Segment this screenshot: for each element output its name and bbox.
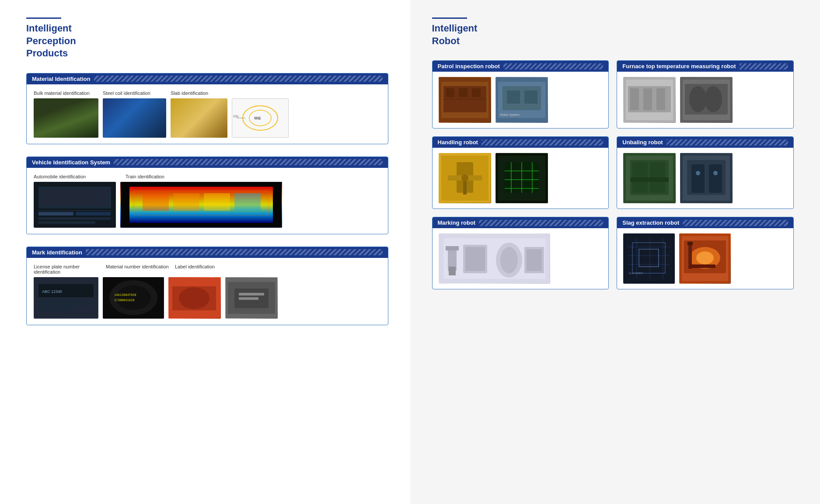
- material-id-header: Material Identification: [27, 73, 388, 84]
- slag-img2: [679, 233, 731, 284]
- marking-title: Marking robot: [438, 219, 476, 226]
- svg-rect-18: [173, 193, 199, 211]
- left-title-line: [26, 17, 61, 19]
- right-title-line: [432, 17, 467, 19]
- slab-img: 钢板 识别: [232, 98, 289, 138]
- train-label: Train identification: [126, 174, 164, 179]
- matnum-label: Material number identification: [106, 264, 171, 275]
- vehicle-id-header: Vehicle Identification System: [27, 157, 388, 168]
- right-section-title: IntelligentRobot: [432, 22, 794, 47]
- svg-rect-95: [449, 267, 456, 275]
- svg-rect-120: [689, 264, 715, 268]
- material-id-labels: Bulk material identification Steel coil …: [34, 90, 381, 96]
- mark-id-labels: License plate number identification Mate…: [34, 264, 381, 275]
- vehicle-id-images: [34, 182, 381, 228]
- slag-title: Slag extraction robot: [622, 219, 679, 226]
- svg-rect-83: [630, 177, 669, 182]
- svg-rect-25: [38, 307, 73, 311]
- left-section-title: IntelligentPerceptionProducts: [26, 22, 388, 60]
- handling1-svg: [439, 153, 491, 203]
- svg-rect-19: [204, 193, 230, 211]
- bulk-img2: [103, 98, 166, 138]
- patrol-img2: Robot System: [495, 77, 548, 123]
- svg-point-90: [713, 171, 718, 175]
- unbaling-pattern: [666, 139, 788, 146]
- slag-pattern: [683, 220, 788, 226]
- svg-rect-50: [524, 90, 537, 104]
- label-img1: [168, 277, 221, 319]
- mark-id-body: License plate number identification Mate…: [27, 258, 388, 325]
- handling-img2: [495, 153, 548, 203]
- svg-rect-20: [234, 193, 261, 211]
- svg-text:识别: 识别: [233, 115, 238, 118]
- furnace-card: Furnace top temperature measuring robot: [617, 60, 794, 129]
- handling-body: [433, 148, 609, 209]
- patrol2-svg: Robot System: [496, 77, 548, 122]
- plate-label: License plate number identification: [34, 264, 101, 275]
- svg-rect-8: [41, 189, 108, 206]
- auto-label: Automobile identification: [34, 174, 121, 179]
- slag-card: Slag extraction robot: [617, 217, 794, 289]
- slag-header: Slag extraction robot: [617, 217, 793, 228]
- mark-id-header: Mark identification: [27, 247, 388, 258]
- vehicle-identification-card: Vehicle Identification System Automobile…: [26, 156, 388, 234]
- bulk-img1: [34, 98, 98, 138]
- unbaling1-svg: [624, 153, 675, 203]
- svg-rect-56: [643, 88, 652, 110]
- label-img2: [225, 277, 278, 319]
- svg-text:14613084T020: 14613084T020: [114, 293, 136, 297]
- furnace-body: [617, 72, 793, 128]
- handling-card: Handling robot: [432, 136, 609, 209]
- svg-text:钢板: 钢板: [254, 116, 261, 120]
- plate-svg: ABC 12345: [34, 278, 98, 318]
- right-title-block: IntelligentRobot: [432, 17, 794, 47]
- patrol-title: Patrol inspection robot: [438, 63, 500, 70]
- material-identification-card: Material Identification Bulk material id…: [26, 73, 388, 144]
- svg-rect-38: [239, 297, 258, 300]
- mark-id-pattern: [86, 249, 383, 255]
- vehicle-id-body: Automobile identification Train identifi…: [27, 168, 388, 234]
- page: IntelligentPerceptionProducts Material I…: [0, 0, 820, 504]
- patrol-header: Patrol inspection robot: [433, 61, 609, 72]
- svg-rect-87: [691, 164, 705, 193]
- svg-point-33: [179, 287, 209, 309]
- unbaling-img2: [680, 153, 733, 203]
- furnace-images: [623, 77, 787, 123]
- label2-svg: [226, 278, 277, 318]
- unbaling-title: Unbaling robot: [622, 139, 663, 146]
- mark-id-images: ABC 12345 14613084T020 17300041020: [34, 277, 381, 319]
- svg-rect-57: [656, 88, 665, 110]
- mark-id-title: Mark identification: [32, 249, 82, 256]
- right-cards-grid: Patrol inspection robot: [432, 60, 794, 289]
- marking-body: [433, 228, 609, 289]
- patrol-img1: [439, 77, 491, 123]
- unbaling-body: [617, 148, 793, 209]
- marking-header: Marking robot: [433, 217, 609, 228]
- unbaling-card: Unbaling robot: [617, 136, 794, 209]
- svg-text:ABC 12345: ABC 12345: [42, 289, 62, 294]
- svg-rect-17: [143, 193, 169, 211]
- svg-rect-43: [446, 88, 454, 97]
- material-id-images: 钢板 识别: [34, 98, 381, 138]
- material-id-title: Material Identification: [32, 76, 91, 82]
- coil-label: Steel coil identification: [103, 90, 166, 96]
- slag2-svg: [680, 234, 730, 283]
- slag1-svg: SLAG ROBOT: [624, 234, 674, 283]
- svg-rect-94: [446, 246, 459, 250]
- slab-label: Slab identification: [171, 90, 208, 96]
- vehicle-id-labels: Automobile identification Train identifi…: [34, 174, 381, 179]
- label1-svg: [169, 278, 220, 318]
- furnace1-svg: [624, 77, 675, 122]
- vehicle-id-pattern: [114, 159, 382, 165]
- patrol-images: Robot System: [439, 77, 603, 123]
- furnace-img2: [680, 77, 733, 123]
- handling2-svg: [496, 153, 548, 203]
- svg-rect-24: [38, 299, 94, 306]
- svg-rect-68: [463, 181, 467, 195]
- unbaling2-svg: [680, 153, 732, 203]
- svg-point-117: [696, 251, 714, 264]
- patrol1-svg: [439, 77, 491, 122]
- marking-img: [439, 233, 550, 284]
- mark-identification-card: Mark identification License plate number…: [26, 247, 388, 325]
- slag-img1: SLAG ROBOT: [623, 233, 675, 284]
